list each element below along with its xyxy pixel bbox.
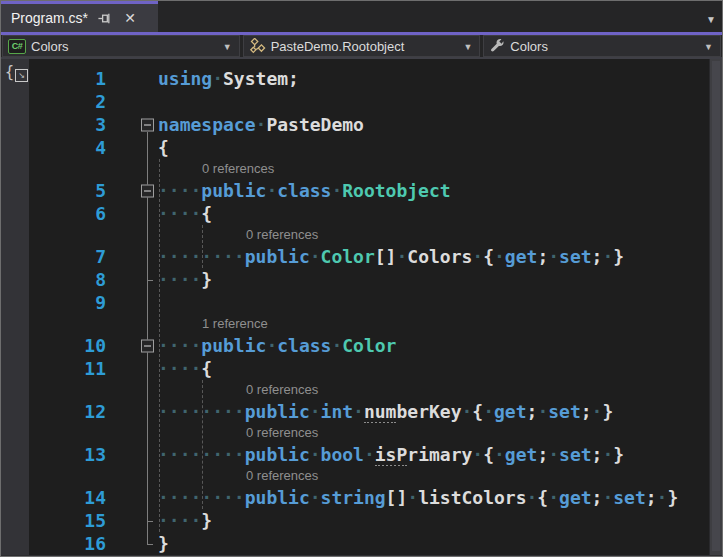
codelens-link[interactable]: 0 references: [157, 225, 709, 245]
outlining-margin[interactable]: [113, 179, 157, 202]
code-token: }: [613, 444, 624, 465]
whitespace-dots: ····: [158, 180, 201, 201]
code-token: public: [201, 180, 266, 201]
code-token: set: [548, 401, 581, 422]
pin-icon[interactable]: [94, 9, 114, 27]
outline-line: [147, 159, 148, 179]
codelens-row[interactable]: 1 reference: [29, 314, 709, 334]
code-token: {: [201, 203, 212, 224]
scrollbar-thumb[interactable]: [712, 61, 720, 551]
code-text[interactable]: ····public·class·Rootobject: [157, 179, 709, 202]
close-icon[interactable]: ✕: [120, 9, 140, 27]
code-token: }: [613, 246, 624, 267]
line-number: 15: [29, 509, 113, 532]
project-dropdown-label: Colors: [31, 39, 69, 54]
line-number: [29, 423, 113, 443]
code-text[interactable]: {: [157, 136, 709, 159]
outlining-margin[interactable]: [113, 113, 157, 136]
outlining-margin: [113, 90, 157, 113]
outlining-margin: [113, 136, 157, 159]
line-number: [29, 466, 113, 486]
outlining-margin: [113, 509, 157, 532]
code-token: get: [559, 487, 592, 508]
code-line[interactable]: 9: [29, 291, 709, 314]
codelens-link[interactable]: 0 references: [157, 423, 709, 443]
line-number: 12: [29, 400, 113, 423]
code-line[interactable]: 6····{: [29, 202, 709, 225]
code-text[interactable]: ········public·string[]·listColors·{·get…: [157, 486, 709, 509]
codelens-row[interactable]: 0 references: [29, 380, 709, 400]
code-token: ;: [592, 487, 603, 508]
whitespace-dots: ·: [364, 444, 375, 465]
line-number: 10: [29, 334, 113, 357]
vertical-scrollbar[interactable]: [709, 59, 722, 555]
codelens-row[interactable]: 0 references: [29, 225, 709, 245]
whitespace-dots: ·: [310, 246, 321, 267]
code-text[interactable]: [157, 291, 709, 314]
codelens-row[interactable]: 0 references: [29, 466, 709, 486]
code-text[interactable]: ········public·Color[]·Colors·{·get;·set…: [157, 245, 709, 268]
code-line[interactable]: 2: [29, 90, 709, 113]
outlining-margin: [113, 400, 157, 423]
line-number: 6: [29, 202, 113, 225]
whitespace-dots: ·: [461, 401, 472, 422]
code-line[interactable]: 1using·System;: [29, 67, 709, 90]
code-token: {: [158, 137, 169, 158]
collapse-box[interactable]: [141, 118, 154, 131]
code-line[interactable]: 11····{: [29, 357, 709, 380]
type-dropdown-label: PasteDemo.Rootobject: [271, 39, 405, 54]
codelens-link[interactable]: 0 references: [157, 380, 709, 400]
code-line[interactable]: 5····public·class·Rootobject: [29, 179, 709, 202]
code-text[interactable]: }: [157, 532, 709, 555]
code-text[interactable]: ····{: [157, 357, 709, 380]
code-token: string: [321, 487, 386, 508]
code-text[interactable]: using·System;: [157, 67, 709, 90]
code-token: ;: [592, 246, 603, 267]
code-text[interactable]: ········public·bool·isPrimary·{·get;·set…: [157, 443, 709, 466]
code-line[interactable]: 15····}: [29, 509, 709, 532]
member-dropdown[interactable]: Colors ▼: [483, 35, 721, 57]
outlining-margin: [113, 380, 157, 400]
tab-program-cs[interactable]: Program.cs* ✕: [1, 1, 158, 32]
code-text[interactable]: ····{: [157, 202, 709, 225]
code-text[interactable]: namespace·PasteDemo: [157, 113, 709, 136]
code-token: {: [201, 358, 212, 379]
collapse-box[interactable]: [141, 339, 154, 352]
code-text[interactable]: ····}: [157, 509, 709, 532]
tab-well-dropdown-icon[interactable]: ▼: [706, 14, 716, 25]
code-text[interactable]: ········public·int·numberKey·{·get;·set;…: [157, 400, 709, 423]
code-line[interactable]: 14········public·string[]·listColors·{·g…: [29, 486, 709, 509]
code-token: Color: [342, 335, 396, 356]
codelens-link[interactable]: 0 references: [157, 466, 709, 486]
code-line[interactable]: 4{: [29, 136, 709, 159]
code-text[interactable]: [157, 90, 709, 113]
code-token: using: [158, 68, 212, 89]
code-token: isP: [375, 444, 408, 466]
code-editor[interactable]: { ↘ 1using·System;23namespace·PasteDemo4…: [1, 59, 722, 555]
code-token: class: [277, 335, 331, 356]
code-token: num: [364, 401, 397, 423]
code-line[interactable]: 10····public·class·Color: [29, 334, 709, 357]
line-number: 5: [29, 179, 113, 202]
collapse-box[interactable]: [141, 184, 154, 197]
whitespace-dots: ·: [310, 487, 321, 508]
code-line[interactable]: 8····}: [29, 268, 709, 291]
code-text[interactable]: ····public·class·Color: [157, 334, 709, 357]
code-token: []: [375, 246, 397, 267]
code-line[interactable]: 12········public·int·numberKey·{·get;·se…: [29, 400, 709, 423]
type-dropdown[interactable]: PasteDemo.Rootobject ▼: [243, 35, 481, 57]
codelens-row[interactable]: 0 references: [29, 159, 709, 179]
code-line[interactable]: 3namespace·PasteDemo: [29, 113, 709, 136]
code-text[interactable]: ····}: [157, 268, 709, 291]
line-number: 9: [29, 291, 113, 314]
code-token: public: [245, 487, 310, 508]
codelens-link[interactable]: 1 reference: [157, 314, 709, 334]
codelens-row[interactable]: 0 references: [29, 423, 709, 443]
code-token: berKey: [396, 401, 461, 422]
codelens-link[interactable]: 0 references: [157, 159, 709, 179]
project-dropdown[interactable]: C# Colors ▼: [2, 35, 240, 57]
code-line[interactable]: 7········public·Color[]·Colors·{·get;·se…: [29, 245, 709, 268]
code-line[interactable]: 16}: [29, 532, 709, 555]
outlining-margin[interactable]: [113, 334, 157, 357]
code-line[interactable]: 13········public·bool·isPrimary·{·get;·s…: [29, 443, 709, 466]
